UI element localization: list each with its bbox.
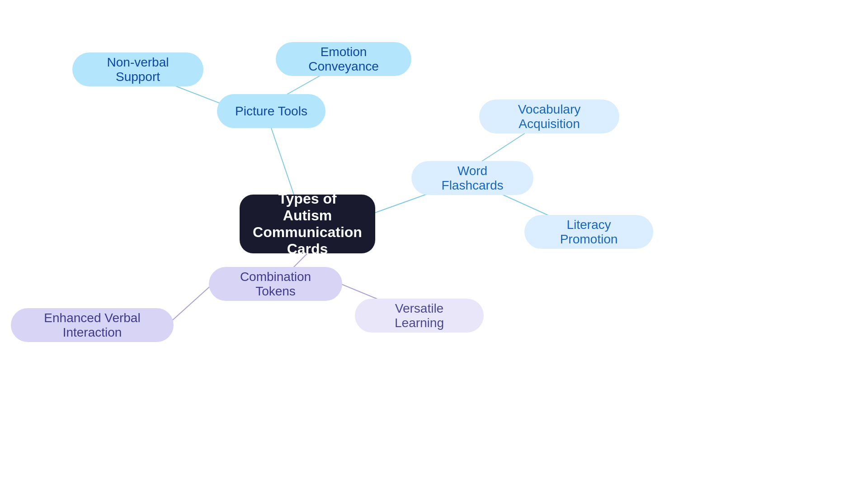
emotion-conveyance-node: Emotion Conveyance (276, 42, 411, 76)
word-flashcards-label: Word Flashcards (428, 164, 517, 193)
literacy-label: Literacy Promotion (541, 218, 637, 247)
non-verbal-support-node: Non-verbal Support (72, 52, 203, 86)
enhanced-verbal-node: Enhanced Verbal Interaction (11, 308, 174, 342)
combination-label: Combination Tokens (225, 270, 326, 299)
versatile-learning-node: Versatile Learning (355, 299, 484, 333)
vocabulary-acquisition-node: Vocabulary Acquisition (479, 100, 619, 133)
svg-line-0 (271, 128, 294, 195)
literacy-promotion-node: Literacy Promotion (524, 215, 653, 249)
enhanced-verbal-label: Enhanced Verbal Interaction (27, 311, 157, 340)
versatile-learning-label: Versatile Learning (371, 301, 467, 330)
emotion-label: Emotion Conveyance (292, 45, 395, 74)
center-node: Types of Autism Communication Cards (240, 195, 375, 253)
picture-tools-node: Picture Tools (217, 94, 326, 128)
combination-tokens-node: Combination Tokens (209, 267, 342, 301)
non-verbal-label: Non-verbal Support (89, 55, 187, 84)
svg-line-7 (167, 284, 212, 325)
picture-tools-label: Picture Tools (235, 104, 307, 119)
word-flashcards-node: Word Flashcards (411, 161, 533, 195)
vocabulary-label: Vocabulary Acquisition (495, 102, 603, 131)
center-label: Types of Autism Communication Cards (253, 190, 362, 257)
